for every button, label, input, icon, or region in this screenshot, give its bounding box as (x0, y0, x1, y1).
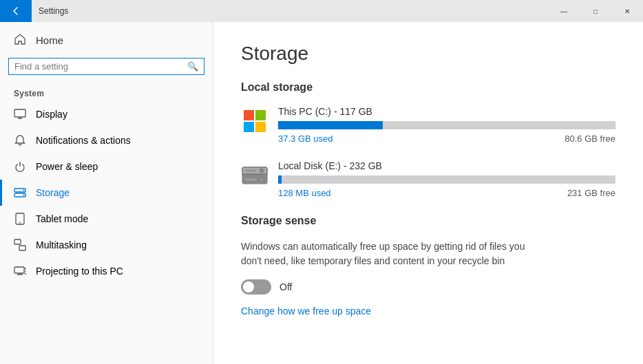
drive-e-fill (278, 175, 282, 184)
storage-sense-toggle[interactable] (241, 279, 271, 295)
storage-sense-title: Storage sense (241, 215, 615, 227)
sidebar-item-multitasking[interactable]: Multitasking (0, 232, 213, 258)
sidebar-home[interactable]: Home (0, 22, 213, 58)
drive-c-icon (241, 107, 268, 135)
maximize-button[interactable]: □ (580, 0, 611, 22)
sidebar-item-multitasking-label: Multitasking (36, 239, 87, 250)
svg-point-16 (260, 169, 264, 173)
sidebar-item-display-label: Display (36, 109, 67, 120)
notifications-icon (14, 134, 26, 147)
drive-e-icon (241, 162, 268, 189)
sidebar-item-projecting-label: Projecting to this PC (36, 266, 123, 277)
sidebar-item-display[interactable]: Display (0, 101, 213, 127)
drive-c-stats: 37.3 GB used 80.6 GB free (278, 133, 615, 144)
toggle-thumb (243, 281, 254, 292)
sidebar-item-storage-label: Storage (36, 187, 70, 198)
svg-rect-13 (255, 122, 266, 132)
toggle-label: Off (280, 281, 292, 292)
close-button[interactable]: ✕ (611, 0, 643, 22)
sidebar-item-notifications-label: Notifications & actions (36, 135, 131, 146)
storage-sense-desc: Windows can automatically free up space … (241, 239, 537, 268)
sidebar-item-storage[interactable]: Storage (0, 180, 213, 206)
drive-c-used: 37.3 GB used (278, 133, 333, 144)
change-link[interactable]: Change how we free up space (241, 306, 371, 317)
display-icon (14, 108, 26, 120)
svg-rect-10 (244, 110, 254, 120)
home-icon (14, 33, 28, 47)
storage-icon (14, 186, 26, 199)
content-area: Storage Local storage This PC (C:) - 117… (213, 22, 643, 364)
projecting-icon (14, 265, 26, 277)
drive-e-item: Local Disk (E:) - 232 GB 128 MB used 231… (241, 160, 615, 198)
svg-rect-9 (14, 267, 24, 273)
multitasking-icon (14, 239, 26, 251)
local-storage-title: Local storage (241, 81, 615, 94)
svg-point-4 (23, 195, 25, 196)
drive-c-name: This PC (C:) - 117 GB (278, 106, 615, 117)
sidebar-item-power-label: Power & sleep (36, 161, 98, 172)
tablet-icon (14, 213, 26, 225)
drive-e-free: 231 GB free (567, 188, 615, 198)
svg-point-19 (260, 178, 264, 182)
drive-c-progress (278, 121, 615, 129)
svg-rect-17 (245, 169, 256, 172)
app-body: Home 🔍 System Display (0, 22, 643, 364)
sidebar: Home 🔍 System Display (0, 22, 213, 364)
window-controls: — □ ✕ (548, 0, 643, 22)
search-icon: 🔍 (187, 61, 198, 72)
storage-sense-section: Storage sense Windows can automatically … (241, 215, 615, 317)
drive-e-stats: 128 MB used 231 GB free (278, 188, 615, 198)
drive-c-item: This PC (C:) - 117 GB 37.3 GB used 80.6 … (241, 106, 615, 144)
search-input[interactable] (14, 61, 183, 72)
sidebar-item-tablet[interactable]: Tablet mode (0, 206, 213, 232)
svg-rect-8 (19, 246, 25, 250)
drive-e-details: Local Disk (E:) - 232 GB 128 MB used 231… (278, 160, 615, 198)
window-title: Settings (32, 6, 548, 16)
svg-rect-11 (255, 110, 266, 120)
power-icon (14, 160, 26, 173)
drive-c-free: 80.6 GB free (565, 133, 615, 144)
svg-rect-0 (14, 109, 25, 117)
drive-c-details: This PC (C:) - 117 GB 37.3 GB used 80.6 … (278, 106, 615, 144)
page-title: Storage (241, 43, 615, 65)
sidebar-section-label: System (0, 83, 213, 101)
sidebar-item-notifications[interactable]: Notifications & actions (0, 127, 213, 153)
home-label: Home (36, 34, 63, 46)
svg-point-6 (19, 222, 21, 224)
back-button[interactable] (0, 0, 32, 22)
drive-e-name: Local Disk (E:) - 232 GB (278, 160, 615, 171)
drive-e-progress (278, 175, 615, 184)
drive-c-fill (278, 121, 383, 129)
drive-e-used: 128 MB used (278, 188, 331, 198)
sidebar-item-projecting[interactable]: Projecting to this PC (0, 258, 213, 284)
sidebar-item-power[interactable]: Power & sleep (0, 153, 213, 180)
search-box[interactable]: 🔍 (8, 58, 204, 75)
toggle-row: Off (241, 279, 615, 295)
minimize-button[interactable]: — (548, 0, 580, 22)
svg-rect-12 (244, 122, 254, 132)
sidebar-item-tablet-label: Tablet mode (36, 213, 88, 224)
svg-rect-7 (14, 239, 21, 244)
svg-rect-20 (245, 178, 256, 181)
svg-point-3 (23, 190, 25, 191)
titlebar: Settings — □ ✕ (0, 0, 643, 22)
